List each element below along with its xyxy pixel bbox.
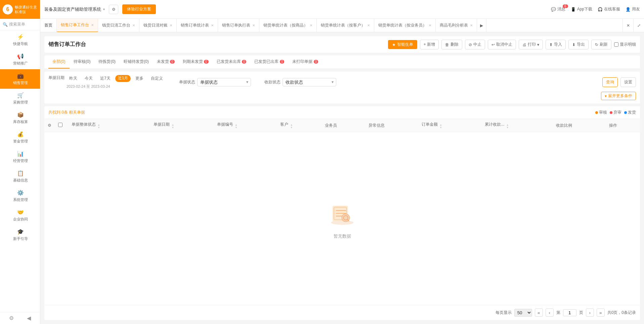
message-icon: 💬 bbox=[551, 7, 556, 12]
page-title: 销售订单工作台 bbox=[48, 41, 86, 48]
online-service-button[interactable]: 🎧 在线客服 bbox=[598, 6, 620, 12]
tab-sales-by-salesperson[interactable]: 销货单统计表（按业务员） ✕ bbox=[374, 19, 436, 32]
sidebar-item-purchase[interactable]: 🛒 采购管理 bbox=[0, 89, 40, 108]
sub-tab-not-shipped[interactable]: 未发货 0 bbox=[153, 55, 179, 69]
tab-close-sales-order[interactable]: ✕ bbox=[91, 23, 94, 27]
sort-customer-icon[interactable]: ▲▼ bbox=[290, 124, 293, 129]
query-button[interactable]: 查询 bbox=[602, 77, 618, 87]
sub-tab-pending-inspection[interactable]: 待拣货(0) bbox=[94, 55, 120, 69]
date-quick-options: 昨天 今天 近7天 近1月 更多 自定义 bbox=[67, 75, 166, 82]
app-download-button[interactable]: 📱 App下载 bbox=[571, 6, 592, 12]
settings-button[interactable]: ⚙ bbox=[109, 5, 118, 14]
sidebar-item-basic[interactable]: 📋 基础信息 bbox=[0, 167, 40, 186]
sort-number-icon[interactable]: ▲▼ bbox=[235, 124, 238, 129]
tab-sales-by-product[interactable]: 销货单统计表（按商品） ✕ bbox=[259, 19, 317, 32]
sub-tab-overdue[interactable]: 到期未发货 0 bbox=[179, 55, 213, 69]
tab-close-sales-stats[interactable]: ✕ bbox=[211, 24, 214, 27]
export-button[interactable]: ⬇ 导出 bbox=[568, 40, 589, 49]
tab-sales-order-workbench[interactable]: 销售订单工作台 ✕ bbox=[57, 19, 98, 32]
refresh-button[interactable]: ↻ 刷新 bbox=[591, 40, 611, 49]
date-opt-custom[interactable]: 自定义 bbox=[148, 75, 166, 82]
sub-tab-wangpu[interactable]: 旺铺待发货(0) bbox=[120, 55, 153, 69]
tab-close-execution[interactable]: ✕ bbox=[252, 24, 255, 27]
review-quick-action[interactable]: 审核 bbox=[595, 110, 607, 115]
table-header: 共找到 0条 相关单据 审核 弃审 发货 bbox=[44, 106, 640, 119]
sort-status-icon[interactable]: ▲▼ bbox=[97, 124, 100, 129]
date-opt-more[interactable]: 更多 bbox=[133, 75, 146, 82]
tab-scroll-right[interactable]: ▶ bbox=[477, 19, 486, 32]
cancel-suspend-button[interactable]: ↩ 取消中止 bbox=[488, 40, 516, 49]
page-next-button[interactable]: › bbox=[586, 309, 594, 317]
sidebar-item-marketing[interactable]: 📢 营销推广 bbox=[0, 50, 40, 69]
tab-close-margin[interactable]: ✕ bbox=[470, 24, 473, 27]
sidebar-item-operations[interactable]: 📊 经营管理 bbox=[0, 147, 40, 167]
tab-close-all[interactable]: ✕ bbox=[622, 19, 633, 32]
tab-product-margin[interactable]: 商品毛利分析表 ✕ bbox=[436, 19, 477, 32]
sidebar-item-inventory[interactable]: 📦 库存核算 bbox=[0, 108, 40, 128]
sub-tab-shipped-not-out[interactable]: 已发货未出库 0 bbox=[213, 55, 251, 69]
tab-maximize[interactable]: ⤢ bbox=[633, 19, 644, 32]
sidebar-search[interactable]: 🔍 搜索菜单 bbox=[0, 19, 40, 30]
page-first-button[interactable]: « bbox=[535, 309, 543, 317]
show-detail-checkbox[interactable]: 显示明细 bbox=[614, 42, 636, 47]
page-size-select[interactable]: 50 10 20 100 bbox=[514, 309, 532, 317]
payment-status-select[interactable]: 收款状态 bbox=[283, 78, 336, 86]
user-menu[interactable]: 👤 用友 bbox=[626, 6, 640, 12]
payment-status-select-wrapper: 收款状态 bbox=[283, 78, 336, 86]
page-prev-button[interactable]: ‹ bbox=[546, 309, 554, 317]
col-settings[interactable]: ⚙ bbox=[44, 119, 55, 132]
delete-button[interactable]: 🗑 删除 bbox=[441, 40, 462, 49]
inventory-icon: 📦 bbox=[17, 112, 24, 118]
ship-quick-action[interactable]: 发货 bbox=[624, 110, 636, 115]
col-amount: 订单金额 ▲▼ bbox=[418, 119, 482, 132]
sidebar-item-cooperation[interactable]: 🤝 企业协同 bbox=[0, 206, 40, 225]
tab-cash-daily[interactable]: 钱货日清工作台 ✕ bbox=[98, 19, 139, 32]
order-status-select[interactable]: 单据状态 bbox=[197, 78, 251, 86]
date-opt-yesterday[interactable]: 昨天 bbox=[67, 75, 80, 82]
guide-icon: 🎓 bbox=[17, 229, 24, 235]
system-title-dropdown-icon[interactable]: ▾ bbox=[103, 7, 105, 11]
sort-date-icon[interactable]: ▲▼ bbox=[172, 124, 174, 129]
date-opt-today[interactable]: 今天 bbox=[82, 75, 95, 82]
industry-solution-button[interactable]: 体验行业方案 bbox=[122, 4, 156, 14]
suspend-button[interactable]: ⊘ 中止 bbox=[465, 40, 485, 49]
smart-generate-button[interactable]: ★ 智能生单 bbox=[388, 40, 417, 49]
import-button[interactable]: ⬆ 导入 bbox=[546, 40, 566, 49]
sidebar-item-quick-nav[interactable]: ⚡ 快捷导航 bbox=[0, 30, 40, 50]
date-opt-7days[interactable]: 近7天 bbox=[97, 75, 113, 82]
print-button[interactable]: 🖨 打印 ▾ bbox=[519, 40, 543, 49]
tab-cash-reconciliation[interactable]: 钱货日清对账 ✕ bbox=[139, 19, 177, 32]
tab-sales-execution[interactable]: 销售订单执行表 ✕ bbox=[218, 19, 259, 32]
settings-bottom-icon[interactable]: ⚙ bbox=[9, 315, 14, 321]
tab-close-by-product[interactable]: ✕ bbox=[310, 24, 312, 27]
cancel-review-quick-action[interactable]: 弃审 bbox=[610, 110, 621, 115]
sidebar-item-guide[interactable]: 🎓 新手引导 bbox=[0, 225, 40, 245]
show-detail-input[interactable] bbox=[614, 42, 618, 47]
select-all-checkbox[interactable] bbox=[58, 123, 62, 127]
sort-accumulated-icon[interactable]: ▲▼ bbox=[506, 124, 509, 129]
tab-home[interactable]: 首页 bbox=[40, 19, 57, 32]
sub-tab-all[interactable]: 全部(0) bbox=[48, 55, 70, 69]
tab-close-by-salesperson[interactable]: ✕ bbox=[429, 24, 431, 27]
settings-filter-button[interactable]: 设置 bbox=[620, 77, 636, 87]
sidebar-item-finance[interactable]: 💰 资金管理 bbox=[0, 128, 40, 147]
page-input[interactable] bbox=[563, 309, 576, 316]
tab-close-reconciliation[interactable]: ✕ bbox=[170, 24, 172, 27]
tab-sales-by-customer[interactable]: 销货单统计表（按客户） ✕ bbox=[317, 19, 374, 32]
sub-tab-pending-review[interactable]: 待审核(0) bbox=[70, 55, 95, 69]
sidebar-item-sales[interactable]: 💼 销售管理 bbox=[0, 69, 40, 89]
sub-tab-not-printed[interactable]: 未打印单据 0 bbox=[288, 55, 322, 69]
expand-conditions-button[interactable]: ▾ 展开更多条件 bbox=[601, 92, 636, 100]
sort-amount-icon[interactable]: ▲▼ bbox=[439, 124, 442, 129]
collapse-icon[interactable]: ◀ bbox=[27, 315, 31, 321]
sub-tab-shipped-out[interactable]: 已发货已出库 0 bbox=[250, 55, 288, 69]
sidebar-item-system[interactable]: ⚙️ 系统管理 bbox=[0, 186, 40, 206]
messages-button[interactable]: 💬 消息 6 bbox=[551, 6, 565, 12]
page-last-button[interactable]: » bbox=[597, 309, 605, 317]
tab-close-by-customer[interactable]: ✕ bbox=[367, 24, 370, 27]
add-button[interactable]: + 新增 bbox=[420, 40, 439, 49]
date-opt-1month[interactable]: 近1月 bbox=[115, 75, 131, 82]
tab-close-cash-daily[interactable]: ✕ bbox=[132, 24, 135, 27]
tab-sales-stats[interactable]: 销售订单统计表 ✕ bbox=[177, 19, 218, 32]
review-dot bbox=[595, 111, 598, 114]
